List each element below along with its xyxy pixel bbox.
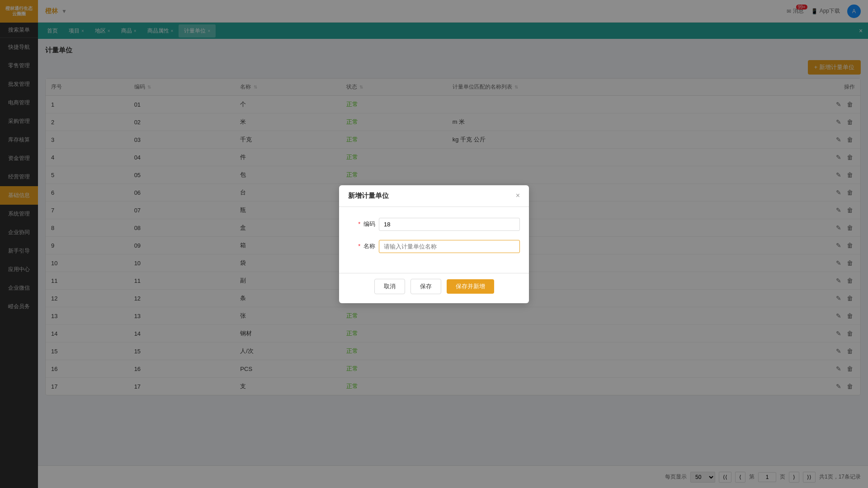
- modal-header: 新增计量单位 ×: [339, 185, 529, 207]
- save-button[interactable]: 保存: [410, 279, 441, 294]
- modal-body: * 编码 * 名称: [339, 207, 529, 273]
- modal-title: 新增计量单位: [348, 192, 389, 200]
- required-mark: *: [358, 221, 360, 227]
- save-and-new-button[interactable]: 保存并新增: [447, 279, 494, 294]
- modal-overlay: 新增计量单位 × * 编码 * 名称 取消 保存 保存并新增: [0, 0, 868, 488]
- code-field-row: * 编码: [348, 218, 520, 231]
- name-field-row: * 名称: [348, 240, 520, 253]
- required-mark-name: *: [358, 243, 360, 249]
- add-unit-modal: 新增计量单位 × * 编码 * 名称 取消 保存 保存并新增: [339, 185, 529, 303]
- code-label: * 编码: [348, 220, 375, 228]
- modal-footer: 取消 保存 保存并新增: [339, 273, 529, 303]
- cancel-button[interactable]: 取消: [374, 279, 405, 294]
- name-label: * 名称: [348, 242, 375, 250]
- modal-close-button[interactable]: ×: [516, 192, 520, 200]
- code-input[interactable]: [379, 218, 520, 231]
- name-input[interactable]: [379, 240, 520, 253]
